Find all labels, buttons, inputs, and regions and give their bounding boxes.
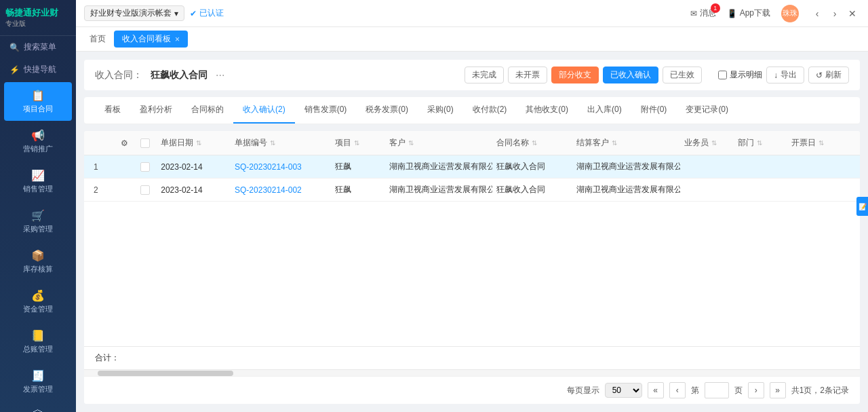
refresh-button[interactable]: ↺ 刷新 [808, 67, 849, 83]
close-tab-icon[interactable]: × [175, 35, 180, 44]
sort-icon[interactable]: ⇅ [408, 139, 414, 147]
next-page-button[interactable]: › [748, 382, 764, 398]
tab-出入库[interactable]: 出入库(0) [578, 97, 631, 124]
download-icon: 📱 [727, 9, 737, 18]
tab-采购[interactable]: 采购(0) [418, 97, 463, 124]
th-gear[interactable]: ⚙ [117, 138, 137, 148]
prev-page-button[interactable]: ‹ [669, 382, 686, 398]
sidebar-item-label: 项目合同 [23, 104, 53, 114]
tab-收付款[interactable]: 收付款(2) [463, 97, 517, 124]
sidebar-item-label: 资金管理 [23, 304, 53, 314]
status-btn-未开票[interactable]: 未开票 [508, 67, 547, 83]
user-avatar[interactable]: 珠珠 [781, 5, 799, 22]
th-check[interactable] [136, 138, 157, 148]
message-button[interactable]: ✉ 1 消息 [690, 7, 716, 19]
td-settle: 湖南卫视商业运营发展有限公司 [572, 161, 679, 172]
td-settle: 湖南卫视商业运营发展有限公司 [572, 184, 679, 195]
next-icon[interactable]: › [827, 6, 842, 21]
page-label-unit: 页 [734, 385, 743, 396]
sidebar-item-销售管理[interactable]: 📈销售管理 [4, 162, 72, 201]
export-button[interactable]: ↓ 导出 [766, 67, 804, 83]
sidebar-item-总账管理[interactable]: 📒总账管理 [4, 322, 72, 361]
verified-badge: ✔ 已认证 [190, 7, 224, 19]
table-row[interactable]: 1 2023-02-14 SQ-20230214-003 狂飙 湖南卫视商业运营… [84, 155, 860, 179]
row-checkbox[interactable] [140, 162, 150, 172]
sort-icon[interactable]: ⇅ [196, 139, 201, 147]
message-icon: ✉ [690, 9, 697, 18]
side-note-icon[interactable]: 📝 [856, 197, 868, 216]
topbar-right: ✉ 1 消息 📱 App下载 珠珠 ‹ › ✕ [690, 5, 860, 22]
status-btn-已生效[interactable]: 已生效 [663, 67, 702, 83]
show-detail-checkbox-group: 显示明细 [718, 67, 762, 83]
tab-收入确认[interactable]: 收入确认(2) [233, 97, 295, 124]
sidebar-search[interactable]: 🔍 搜索菜单 [0, 36, 76, 58]
th-dept-label: 部门 [738, 137, 754, 149]
table-row[interactable]: 2 2023-02-14 SQ-20230214-002 狂飙 湖南卫视商业运营… [84, 179, 860, 202]
page-input[interactable]: 1 [705, 382, 729, 398]
status-btn-未完成[interactable]: 未完成 [465, 67, 504, 83]
close-icon[interactable]: ✕ [845, 6, 860, 21]
scrollbar-thumb[interactable] [98, 371, 233, 376]
sort-icon[interactable]: ⇅ [270, 139, 275, 147]
first-page-button[interactable]: « [648, 382, 664, 398]
show-detail-checkbox[interactable] [718, 71, 727, 79]
th-project: 项目 ⇅ [331, 137, 384, 149]
order-link[interactable]: SQ-20230214-002 [235, 185, 302, 195]
th-contract-label: 合同名称 [496, 137, 529, 149]
tab-税务发票[interactable]: 税务发票(0) [356, 97, 418, 124]
sort-icon[interactable]: ⇅ [532, 139, 537, 147]
home-tab[interactable]: 首页 [84, 33, 111, 45]
contract-header: 收入合同： 狂飙收入合同 ··· 未完成未开票部分收支已收入确认已生效 显示明细… [84, 60, 860, 90]
sort-icon[interactable]: ⇅ [711, 139, 717, 147]
sidebar-item-icon: 💰 [31, 289, 45, 302]
contract-menu-icon[interactable]: ··· [216, 69, 224, 81]
sort-icon[interactable]: ⇅ [612, 139, 617, 147]
header-checkbox[interactable] [140, 138, 150, 148]
row-checkbox[interactable] [140, 185, 150, 195]
td-check[interactable] [136, 162, 157, 172]
export-label: 导出 [781, 69, 797, 81]
sidebar-item-税务管理[interactable]: 🏛税务管理 [4, 402, 72, 412]
td-order[interactable]: SQ-20230214-003 [231, 162, 331, 172]
app-download-button[interactable]: 📱 App下载 [727, 7, 770, 19]
tab-盈利分析[interactable]: 盈利分析 [130, 97, 182, 124]
sort-icon[interactable]: ⇅ [354, 139, 359, 147]
topbar-nav-icons: ‹ › ✕ [810, 6, 860, 21]
tab-其他收支[interactable]: 其他收支(0) [516, 97, 578, 124]
sort-icon[interactable]: ⇅ [818, 139, 824, 147]
tab-销售发票[interactable]: 销售发票(0) [295, 97, 357, 124]
td-order[interactable]: SQ-20230214-002 [231, 185, 331, 195]
sidebar-item-label: 采购管理 [23, 224, 53, 234]
sidebar: 畅捷通好业财 专业版 🔍 搜索菜单 ⚡ 快捷导航 📋项目合同📢营销推广📈销售管理… [0, 0, 76, 412]
home-tab-label: 首页 [90, 34, 106, 43]
order-link[interactable]: SQ-20230214-003 [235, 162, 302, 172]
sidebar-item-资金管理[interactable]: 💰资金管理 [4, 282, 72, 321]
status-btn-已收入确认[interactable]: 已收入确认 [603, 67, 658, 83]
sidebar-item-icon: 📒 [31, 329, 45, 342]
status-btn-部分收支[interactable]: 部分收支 [551, 67, 599, 83]
notification-badge: 1 [711, 3, 720, 13]
tabbar: 首页 收入合同看板 × [76, 27, 868, 52]
last-page-button[interactable]: » [770, 382, 786, 398]
sidebar-item-营销推广[interactable]: 📢营销推广 [4, 122, 72, 161]
sidebar-item-icon: 🏛 [33, 409, 43, 412]
topbar-left: 好业财专业版演示帐套 ▾ ✔ 已认证 [84, 5, 224, 21]
sort-icon[interactable]: ⇅ [757, 139, 762, 147]
sidebar-item-项目合同[interactable]: 📋项目合同 [4, 82, 72, 121]
tab-附件[interactable]: 附件(0) [631, 97, 677, 124]
td-check[interactable] [136, 185, 157, 195]
company-selector[interactable]: 好业财专业版演示帐套 ▾ [84, 5, 184, 21]
per-page-select[interactable]: 50 20 100 [605, 383, 642, 398]
tab-看板[interactable]: 看板 [95, 97, 130, 124]
tab-变更记录[interactable]: 变更记录(0) [676, 97, 738, 124]
sidebar-item-采购管理[interactable]: 🛒采购管理 [4, 202, 72, 241]
sidebar-item-发票管理[interactable]: 🧾发票管理 [4, 362, 72, 401]
sidebar-item-库存核算[interactable]: 📦库存核算 [4, 242, 72, 281]
th-customer: 客户 ⇅ [385, 137, 492, 149]
tab-合同标的[interactable]: 合同标的 [182, 97, 233, 124]
horizontal-scrollbar[interactable] [84, 369, 860, 376]
sidebar-quick-nav[interactable]: ⚡ 快捷导航 [0, 58, 76, 81]
app-download-label: App下载 [740, 7, 770, 19]
active-tab[interactable]: 收入合同看板 × [114, 31, 188, 48]
prev-icon[interactable]: ‹ [810, 6, 825, 21]
